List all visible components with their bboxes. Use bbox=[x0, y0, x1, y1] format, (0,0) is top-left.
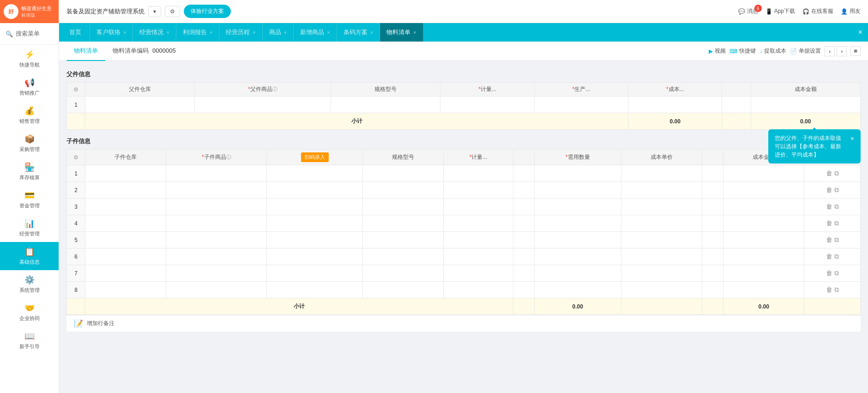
sidebar-item-basic-info[interactable]: 📋 基础信息 bbox=[0, 242, 59, 270]
child-row-6-warehouse[interactable] bbox=[85, 248, 166, 265]
copy-icon-3[interactable]: ⧉ bbox=[834, 203, 839, 211]
sidebar-item-system[interactable]: ⚙️ 系统管理 bbox=[0, 270, 59, 298]
child-row-8-qty[interactable] bbox=[534, 282, 621, 298]
delete-icon-3[interactable]: 🗑 bbox=[826, 203, 832, 211]
child-row-1-qty[interactable] bbox=[534, 165, 621, 182]
child-row-7-unit-cost[interactable] bbox=[621, 265, 702, 282]
child-row-8-unit[interactable] bbox=[444, 282, 513, 298]
tab-close-history[interactable]: × bbox=[253, 30, 255, 35]
child-row-8-scan[interactable] bbox=[267, 282, 363, 298]
child-row-1-unit-cost[interactable] bbox=[621, 165, 702, 182]
child-row-8-spec[interactable] bbox=[363, 282, 444, 298]
child-row-7-goods[interactable] bbox=[166, 265, 267, 282]
child-row-5-spec[interactable] bbox=[363, 232, 444, 248]
child-row-5-unit[interactable] bbox=[444, 232, 513, 248]
delete-icon-7[interactable]: 🗑 bbox=[826, 269, 832, 277]
sidebar-item-enterprise[interactable]: 🤝 企业协同 bbox=[0, 298, 59, 326]
child-row-1-goods[interactable] bbox=[166, 165, 267, 182]
child-row-5-scan[interactable] bbox=[267, 232, 363, 248]
child-row-4-warehouse[interactable] bbox=[85, 215, 166, 232]
child-row-4-scan[interactable] bbox=[267, 215, 363, 232]
subtab-bom-list[interactable]: 物料清单 bbox=[66, 42, 105, 61]
trial-btn[interactable]: 体验行业方案 bbox=[184, 5, 231, 18]
dropdown-arrow-btn[interactable]: ▾ bbox=[148, 6, 161, 17]
delete-icon-6[interactable]: 🗑 bbox=[826, 253, 832, 260]
sidebar-item-operations[interactable]: 📊 经营管理 bbox=[0, 214, 59, 242]
copy-icon-4[interactable]: ⧉ bbox=[834, 219, 839, 227]
delete-icon-2[interactable]: 🗑 bbox=[826, 186, 832, 194]
delete-icon-5[interactable]: 🗑 bbox=[826, 236, 832, 244]
copy-icon-8[interactable]: ⧉ bbox=[834, 286, 839, 294]
parent-row-1-spec[interactable] bbox=[331, 97, 440, 113]
settings-btn[interactable]: ⚙ bbox=[165, 6, 180, 17]
child-row-2-warehouse[interactable] bbox=[85, 182, 166, 199]
child-row-5-unit-cost[interactable] bbox=[621, 232, 702, 248]
child-row-3-unit-cost[interactable] bbox=[621, 199, 702, 215]
sidebar-item-inventory[interactable]: 🏪 库存核算 bbox=[0, 157, 59, 186]
child-row-3-goods[interactable] bbox=[166, 199, 267, 215]
child-row-1-warehouse[interactable] bbox=[85, 165, 166, 182]
child-row-6-goods[interactable] bbox=[166, 248, 267, 265]
tab-customer[interactable]: 客户联络 × bbox=[90, 23, 133, 42]
online-service-action[interactable]: 🎧 在线客服 bbox=[802, 7, 833, 15]
parent-row-1-warehouse[interactable] bbox=[85, 97, 195, 113]
child-row-4-spec[interactable] bbox=[363, 215, 444, 232]
copy-icon-1[interactable]: ⧉ bbox=[834, 169, 839, 177]
child-row-1-unit[interactable] bbox=[444, 165, 513, 182]
child-row-2-scan[interactable] bbox=[267, 182, 363, 199]
tab-goods[interactable]: 商品 × bbox=[263, 23, 294, 42]
add-row-icon[interactable]: 📝 bbox=[74, 319, 83, 328]
child-row-1-scan[interactable] bbox=[267, 165, 363, 182]
child-row-1-spec[interactable] bbox=[363, 165, 444, 182]
parent-settings-icon[interactable]: ⚙ bbox=[73, 86, 78, 93]
parent-row-1-unit[interactable] bbox=[440, 97, 534, 113]
delete-icon-8[interactable]: 🗑 bbox=[826, 286, 832, 294]
child-row-2-spec[interactable] bbox=[363, 182, 444, 199]
tab-barcode[interactable]: 条码方案 × bbox=[337, 23, 380, 42]
child-row-5-qty[interactable] bbox=[534, 232, 621, 248]
child-row-4-qty[interactable] bbox=[534, 215, 621, 232]
sidebar-item-quick-nav[interactable]: ⚡ 快捷导航 bbox=[0, 45, 59, 73]
parent-row-1-produce[interactable] bbox=[534, 97, 628, 113]
grid-view-btn[interactable]: ≡ bbox=[850, 46, 861, 56]
child-row-3-warehouse[interactable] bbox=[85, 199, 166, 215]
child-row-7-warehouse[interactable] bbox=[85, 265, 166, 282]
child-row-6-unit-cost[interactable] bbox=[621, 248, 702, 265]
tab-close-new-goods[interactable]: × bbox=[327, 30, 330, 35]
child-row-3-scan[interactable] bbox=[267, 199, 363, 215]
child-row-7-qty[interactable] bbox=[534, 265, 621, 282]
tab-close-bom[interactable]: × bbox=[413, 30, 416, 35]
video-btn[interactable]: ▶ 视频 bbox=[709, 47, 726, 55]
child-row-4-unit[interactable] bbox=[444, 215, 513, 232]
child-row-4-goods[interactable] bbox=[166, 215, 267, 232]
tab-close-operations[interactable]: × bbox=[166, 30, 169, 35]
child-row-6-qty[interactable] bbox=[534, 248, 621, 265]
extract-cost-btn[interactable]: ↓ 提取成本 bbox=[760, 47, 786, 55]
single-settings-btn[interactable]: 📄 单据设置 bbox=[790, 47, 821, 55]
child-row-7-unit[interactable] bbox=[444, 265, 513, 282]
tab-operations[interactable]: 经营情况 × bbox=[133, 23, 176, 42]
close-all-tabs[interactable]: × bbox=[855, 28, 866, 36]
search-menu-button[interactable]: 🔍 搜索菜单 bbox=[4, 27, 55, 41]
sidebar-item-finance[interactable]: 💳 资金管理 bbox=[0, 186, 59, 214]
prev-page-btn[interactable]: ‹ bbox=[825, 46, 835, 56]
child-row-6-spec[interactable] bbox=[363, 248, 444, 265]
parent-row-1-goods[interactable] bbox=[195, 97, 331, 113]
next-page-btn[interactable]: › bbox=[837, 46, 847, 56]
tab-close-customer[interactable]: × bbox=[123, 30, 126, 35]
user-action[interactable]: 👤 用友 bbox=[841, 7, 861, 15]
sidebar-item-purchase[interactable]: 📦 采购管理 bbox=[0, 129, 59, 157]
child-row-7-scan[interactable] bbox=[267, 265, 363, 282]
delete-icon-4[interactable]: 🗑 bbox=[826, 219, 832, 227]
copy-icon-6[interactable]: ⧉ bbox=[834, 253, 839, 260]
child-row-2-unit-cost[interactable] bbox=[621, 182, 702, 199]
scan-input-btn[interactable]: 扫码录入 bbox=[301, 152, 329, 162]
child-row-3-spec[interactable] bbox=[363, 199, 444, 215]
sidebar-item-marketing[interactable]: 📢 营销推广 bbox=[0, 73, 59, 101]
copy-icon-2[interactable]: ⧉ bbox=[834, 186, 839, 194]
tab-home[interactable]: 首页 bbox=[61, 23, 90, 42]
shortcut-btn[interactable]: ⌨ 快捷键 bbox=[729, 47, 756, 55]
child-row-2-goods[interactable] bbox=[166, 182, 267, 199]
copy-icon-7[interactable]: ⧉ bbox=[834, 269, 839, 277]
tooltip-close-btn[interactable]: × bbox=[850, 134, 854, 144]
